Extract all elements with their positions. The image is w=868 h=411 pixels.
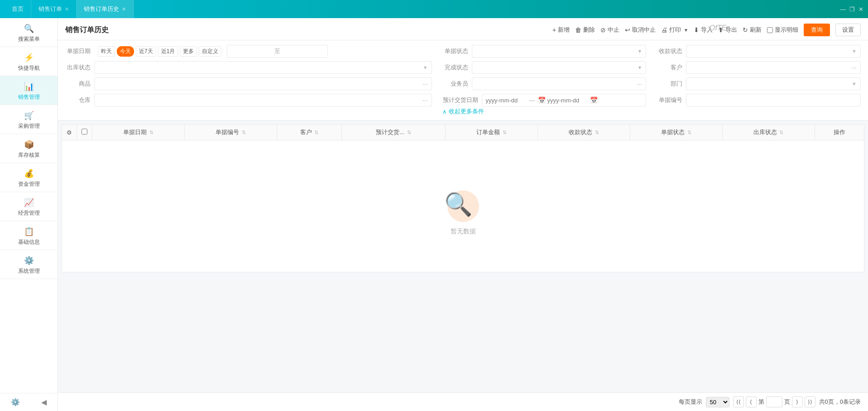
sidebar-label-capital-mgmt: 资金管理 xyxy=(18,180,40,188)
warehouse-input[interactable]: ··· xyxy=(94,94,432,106)
sidebar-item-purchase-mgmt[interactable]: 🛒 采购管理 xyxy=(0,105,58,134)
product-dots-icon[interactable]: ··· xyxy=(422,80,428,87)
qd-7days[interactable]: 近7天 xyxy=(136,46,156,57)
doc-number-input[interactable] xyxy=(686,94,861,106)
date-range-input[interactable]: 2023-06-02 至 2023-06-02 xyxy=(227,45,328,58)
tab-sales-order-close[interactable]: ✕ xyxy=(65,6,69,12)
col-customer[interactable]: 客户 ⇅ xyxy=(277,125,341,140)
sidebar-item-ops-mgmt[interactable]: 📈 经营管理 xyxy=(0,192,58,221)
date-start-input[interactable]: 2023-06-02 xyxy=(231,48,272,55)
col-warehouse-status[interactable]: 出库状态 ⇅ xyxy=(722,125,815,140)
next-page-button[interactable]: ⟩ xyxy=(792,396,803,407)
cancel-stop-label: 取消中止 xyxy=(632,26,656,34)
date-end-input[interactable]: 2023-06-02 xyxy=(283,48,324,55)
display-toggle-label: 显示明细 xyxy=(775,26,798,34)
col-amount[interactable]: 订单金额 ⇅ xyxy=(446,125,538,140)
filter-warehouse-status: 出库状态 ▼ xyxy=(65,61,432,74)
display-toggle-checkbox[interactable] xyxy=(767,27,773,33)
delivery-sep: — xyxy=(529,97,535,104)
product-input[interactable]: ··· xyxy=(94,77,432,90)
dept-select[interactable]: ▼ xyxy=(686,77,861,90)
first-page-button[interactable]: ⟨⟨ xyxy=(733,396,744,407)
last-page-button[interactable]: ⟩⟩ xyxy=(805,396,815,407)
table-settings-icon[interactable]: ⚙ xyxy=(67,129,72,136)
col-number[interactable]: 单据编号 ⇅ xyxy=(184,125,277,140)
sidebar-item-sys-mgmt[interactable]: ⚙️ 系统管理 xyxy=(0,250,58,279)
select-all-checkbox[interactable] xyxy=(82,129,87,135)
sidebar-label-base-info: 基础信息 xyxy=(18,238,40,246)
empty-text: 暂无数据 xyxy=(451,227,476,236)
salesperson-dots-icon[interactable]: ··· xyxy=(637,80,643,87)
settings-button[interactable]: 设置 xyxy=(835,24,861,36)
qd-custom[interactable]: 自定义 xyxy=(199,46,221,57)
delivery-cal-start-icon[interactable]: 📅 xyxy=(538,97,546,104)
tab-sales-order-history-label: 销售订单历史 xyxy=(84,5,119,13)
col-amount-sort-icon: ⇅ xyxy=(503,130,507,135)
doc-status-select[interactable]: ▼ xyxy=(472,45,647,58)
display-toggle[interactable]: 显示明细 xyxy=(767,26,798,34)
delete-button[interactable]: 🗑 删除 xyxy=(575,26,595,34)
import-button[interactable]: ⬇ 导入 xyxy=(694,26,713,34)
warehouse-dots-icon[interactable]: ··· xyxy=(422,97,428,104)
cancel-stop-button[interactable]: ↩ 取消中止 xyxy=(625,26,656,34)
query-button[interactable]: 查询 xyxy=(804,24,830,36)
col-delivery[interactable]: 预计交货... ⇅ xyxy=(342,125,446,140)
customer-input[interactable]: ··· xyxy=(686,61,861,74)
qd-more[interactable]: 更多 xyxy=(180,46,197,57)
customer-dots-icon[interactable]: ··· xyxy=(851,64,857,71)
delivery-date-range[interactable]: — 📅 📅 xyxy=(482,94,647,106)
tab-home[interactable]: 首页 xyxy=(5,0,31,18)
qd-yesterday[interactable]: 昨天 xyxy=(98,46,115,57)
qd-today[interactable]: 今天 xyxy=(117,46,134,57)
col-warehouse-status-sort-icon: ⇅ xyxy=(779,130,783,135)
main-layout: 🔍 搜索菜单 ⚡ 快捷导航 📊 销售管理 🛒 采购管理 📦 库存核算 💰 资金管… xyxy=(0,18,868,411)
sidebar-item-sales-mgmt[interactable]: 📊 销售管理 xyxy=(0,76,58,105)
empty-illustration: 🔍 xyxy=(441,177,486,222)
col-settings[interactable]: ⚙ xyxy=(62,125,77,140)
complete-status-select[interactable]: ▼ xyxy=(472,61,647,74)
window-restore-icon[interactable]: ❐ xyxy=(849,6,855,13)
col-check[interactable] xyxy=(77,125,92,140)
col-payment-status[interactable]: 收款状态 ⇅ xyxy=(538,125,630,140)
sidebar-item-capital-mgmt[interactable]: 💰 资金管理 xyxy=(0,163,58,192)
prev-page-button[interactable]: ⟨ xyxy=(746,396,757,407)
delivery-cal-end-icon[interactable]: 📅 xyxy=(590,97,598,104)
col-doc-status[interactable]: 单据状态 ⇅ xyxy=(630,125,722,140)
tab-sales-order-history[interactable]: 销售订单历史 ✕ xyxy=(77,0,134,18)
print-button[interactable]: 🖨 打印 ▼ xyxy=(661,26,688,34)
salesperson-input[interactable]: ··· xyxy=(472,77,647,90)
toolbar: + 新增 🗑 删除 ⊘ 中止 ↩ 取消中止 🖨 打印 xyxy=(552,24,861,36)
sidebar-item-search-menu[interactable]: 🔍 搜索菜单 xyxy=(0,18,58,47)
export-button[interactable]: ⬆ 导出 xyxy=(718,26,737,34)
delivery-end-input[interactable] xyxy=(547,97,588,104)
per-page-select[interactable]: 50 10 20 100 xyxy=(706,397,729,407)
tab-sales-order[interactable]: 销售订单 ✕ xyxy=(31,0,77,18)
cancel-stop-icon: ↩ xyxy=(625,26,630,34)
stop-button[interactable]: ⊘ 中止 xyxy=(600,26,619,34)
sidebar-item-quick-nav[interactable]: ⚡ 快捷导航 xyxy=(0,47,58,76)
settings-bottom-icon[interactable]: ⚙️ xyxy=(11,398,20,406)
new-button[interactable]: + 新增 xyxy=(552,26,570,34)
collapse-sidebar-icon[interactable]: ◀ xyxy=(41,398,47,406)
sales-mgmt-icon: 📊 xyxy=(24,82,34,92)
sidebar-item-inventory-calc[interactable]: 📦 库存核算 xyxy=(0,134,58,163)
page-number-input[interactable]: 1 xyxy=(766,396,782,407)
window-minimize-icon[interactable]: — xyxy=(840,6,846,13)
collapse-row[interactable]: ∧ 收起更多条件 xyxy=(65,106,861,116)
refresh-button[interactable]: ↻ 刷新 xyxy=(743,26,762,34)
qd-1month[interactable]: 近1月 xyxy=(158,46,178,57)
tab-sales-order-history-close[interactable]: ✕ xyxy=(122,6,126,12)
col-date[interactable]: 单据日期 ⇅ xyxy=(92,125,185,140)
filter-doc-number-label: 单据编号 xyxy=(657,96,682,104)
sidebar-item-base-info[interactable]: 📋 基础信息 xyxy=(0,221,58,250)
window-close-icon[interactable]: ✕ xyxy=(858,6,863,13)
data-table: ⚙ 单据日期 ⇅ 单据编号 ⇅ xyxy=(62,124,864,272)
empty-char-icon: 🔍 xyxy=(444,191,472,218)
delivery-start-input[interactable] xyxy=(486,97,527,104)
print-icon: 🖨 xyxy=(661,26,667,34)
warehouse-status-select[interactable]: ▼ xyxy=(94,61,432,74)
sys-mgmt-icon: ⚙️ xyxy=(24,256,34,266)
per-page-label: 每页显示 xyxy=(679,398,702,406)
payment-status-select[interactable]: ▼ xyxy=(686,45,861,58)
filter-complete-status-label: 完成状态 xyxy=(443,63,468,72)
